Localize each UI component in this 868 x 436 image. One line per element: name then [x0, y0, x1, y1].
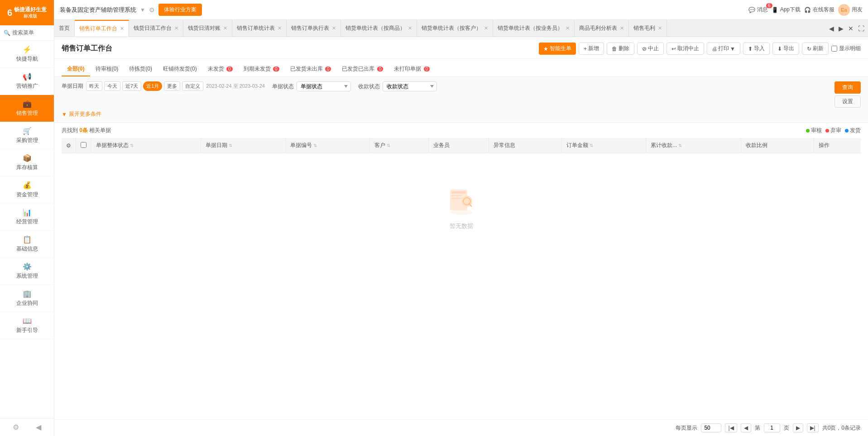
tab-cash-reconcile[interactable]: 钱货日清对账 ✕ — [183, 20, 232, 37]
message-btn[interactable]: 💬 6 消息 — [748, 6, 768, 14]
show-detail-checkbox[interactable] — [831, 46, 837, 52]
cancel-stop-button[interactable]: ↩ 取消中止 — [667, 43, 704, 55]
sub-tab-not-printed[interactable]: 未打印单据 0 — [388, 62, 435, 76]
sub-tab-all[interactable]: 全部(0) — [62, 62, 90, 76]
sidebar-item-inventory[interactable]: 📦 库存核算 — [0, 149, 54, 176]
sidebar-item-operations[interactable]: 📊 经营管理 — [0, 204, 54, 231]
date-btn-custom[interactable]: 自定义 — [182, 81, 203, 91]
sidebar-item-finance[interactable]: 💰 资金管理 — [0, 176, 54, 204]
date-btn-7days[interactable]: 近7天 — [122, 81, 141, 91]
sidebar-item-basic[interactable]: 📋 基础信息 — [0, 231, 54, 258]
sidebar-item-system[interactable]: ⚙️ 系统管理 — [0, 258, 54, 285]
tab-sales-stats-salesperson[interactable]: 销货单统计表（按业务员） ✕ — [493, 20, 575, 37]
review-action-btn[interactable]: 审核 — [806, 127, 822, 134]
date-btn-today[interactable]: 今天 — [104, 81, 120, 91]
col-date[interactable]: 单据日期 ⇅ — [201, 138, 285, 153]
sidebar-item-marketing[interactable]: 📢 营销推广 — [0, 68, 54, 95]
delete-button[interactable]: 🗑 删除 — [607, 43, 634, 55]
expand-filter-button[interactable]: ▼ 展开更多条件 — [62, 110, 101, 118]
refresh-button[interactable]: ↻ 刷新 — [802, 43, 829, 55]
status-filter-select[interactable]: 单据状态 — [297, 81, 351, 91]
sub-tab-not-shipped[interactable]: 未发货 0 — [202, 62, 238, 76]
tab-sales-stats-customer-close[interactable]: ✕ — [484, 25, 488, 31]
sub-tab-expired-not-shipped[interactable]: 到期未发货 0 — [238, 62, 285, 76]
sub-tab-shipped-not-out[interactable]: 已发货未出库 0 — [285, 62, 337, 76]
col-ratio[interactable]: 收款比例 — [741, 138, 814, 153]
col-collected[interactable]: 累计收款... ⇅ — [646, 138, 741, 153]
page-size-select[interactable]: 20 50 100 — [701, 423, 721, 432]
sidebar-item-purchase[interactable]: 🛒 采购管理 — [0, 122, 54, 149]
tab-sales-order-workbench[interactable]: 销售订单工作台 ✕ — [75, 20, 129, 37]
sub-tab-pending-pickup[interactable]: 待拣货(0) — [124, 62, 158, 76]
tab-sales-order-stats[interactable]: 销售订单统计表 ✕ — [232, 20, 287, 37]
sub-tab-pending-review[interactable]: 待审核(0) — [90, 62, 124, 76]
tab-sales-order-stats-close[interactable]: ✕ — [278, 25, 282, 31]
ship-action-btn[interactable]: 发货 — [845, 127, 861, 134]
tab-sales-order-workbench-close[interactable]: ✕ — [120, 26, 124, 32]
tab-product-margin[interactable]: 商品毛利分析表 ✕ — [575, 20, 629, 37]
col-number[interactable]: 单据编号 ⇅ — [285, 138, 369, 153]
user-btn[interactable]: Ea 用友 — [838, 4, 863, 16]
tab-close-all[interactable]: ✕ — [846, 24, 855, 33]
tab-sales-stats-salesperson-close[interactable]: ✕ — [566, 25, 570, 31]
online-service-btn[interactable]: 🎧 在线客服 — [804, 6, 834, 14]
app-download-btn[interactable]: 📱 App下载 — [772, 6, 801, 14]
dropdown-icon[interactable]: ▼ — [140, 7, 145, 13]
show-detail-checkbox-label[interactable]: 显示明细 — [831, 45, 861, 52]
tab-sales-order-exec-close[interactable]: ✕ — [332, 25, 336, 31]
tab-nav-next[interactable]: ▶ — [837, 24, 845, 33]
last-page-btn[interactable]: ▶| — [807, 423, 819, 432]
col-status[interactable]: 单据整体状态 ⇅ — [91, 138, 201, 153]
settings-button[interactable]: 设置 — [834, 95, 861, 108]
col-amount[interactable]: 订单金额 ⇅ — [561, 138, 646, 153]
tab-expand[interactable]: ⛶ — [856, 24, 866, 33]
sub-tab-shipped-out[interactable]: 已发货已出库 0 — [336, 62, 388, 76]
payment-filter-select[interactable]: 收款状态 — [383, 81, 437, 91]
tab-sales-stats-product[interactable]: 销货单统计表（按商品） ✕ — [341, 20, 417, 37]
smart-generate-button[interactable]: ★ 智能生单 — [539, 43, 576, 55]
sidebar-item-enterprise[interactable]: 🏢 企业协同 — [0, 285, 54, 312]
col-salesperson[interactable]: 业务员 — [429, 138, 489, 153]
next-page-btn[interactable]: ▶ — [793, 423, 803, 432]
tab-home[interactable]: 首页 — [54, 20, 75, 37]
tab-sales-more[interactable]: 销售毛利 ✕ — [629, 20, 667, 37]
page-number-input[interactable] — [764, 423, 780, 432]
date-btn-1month[interactable]: 近1月 — [143, 81, 162, 91]
settings-gear-icon[interactable]: ⚙ — [149, 6, 155, 14]
new-button[interactable]: + 新增 — [579, 43, 604, 55]
solution-button[interactable]: 体验行业方案 — [158, 4, 202, 16]
sub-tab-wangpu[interactable]: 旺铺待发货(0) — [158, 62, 202, 76]
collapse-icon[interactable]: ◀ — [36, 423, 41, 431]
tab-cash-daily-close[interactable]: ✕ — [174, 25, 178, 31]
stop-button[interactable]: ⊘ 中止 — [637, 43, 664, 55]
col-settings[interactable]: ⚙ — [62, 138, 76, 153]
settings-icon[interactable]: ⚙ — [13, 423, 19, 431]
sidebar-search[interactable]: 🔍 搜索菜单 — [0, 25, 54, 41]
col-customer[interactable]: 客户 ⇅ — [370, 138, 429, 153]
export-button[interactable]: ⬇ 导出 — [772, 43, 799, 55]
import-button[interactable]: ⬆ 导入 — [743, 43, 770, 55]
date-btn-yesterday[interactable]: 昨天 — [86, 81, 102, 91]
sidebar-item-sales[interactable]: 💼 销售管理 — [0, 95, 54, 122]
sidebar-item-quick-nav[interactable]: ⚡ 快捷导航 — [0, 41, 54, 68]
tab-sales-stats-product-close[interactable]: ✕ — [408, 25, 412, 31]
app-download-label: App下载 — [780, 6, 801, 14]
sidebar-item-guide[interactable]: 📖 新手引导 — [0, 312, 54, 339]
cancel-review-action-btn[interactable]: 弃审 — [825, 127, 841, 134]
col-check[interactable] — [76, 138, 91, 153]
print-button[interactable]: 🖨 打印 ▼ — [707, 43, 740, 55]
first-page-btn[interactable]: |◀ — [725, 423, 737, 432]
tab-nav-prev[interactable]: ◀ — [827, 24, 836, 33]
col-exception[interactable]: 异常信息 — [489, 138, 562, 153]
tab-cash-reconcile-close[interactable]: ✕ — [223, 25, 227, 31]
tab-sales-order-exec[interactable]: 销售订单执行表 ✕ — [287, 20, 341, 37]
date-btn-more[interactable]: 更多 — [164, 81, 180, 91]
print-dropdown-icon[interactable]: ▼ — [730, 46, 735, 52]
tab-sales-more-close[interactable]: ✕ — [658, 25, 662, 31]
select-all-checkbox[interactable] — [81, 142, 86, 148]
tab-product-margin-close[interactable]: ✕ — [620, 25, 624, 31]
prev-page-btn[interactable]: ◀ — [741, 423, 751, 432]
tab-cash-daily[interactable]: 钱货日清工作台 ✕ — [129, 20, 183, 37]
query-button[interactable]: 查询 — [834, 81, 861, 94]
tab-sales-stats-customer[interactable]: 销货单统计表（按客户） ✕ — [417, 20, 493, 37]
